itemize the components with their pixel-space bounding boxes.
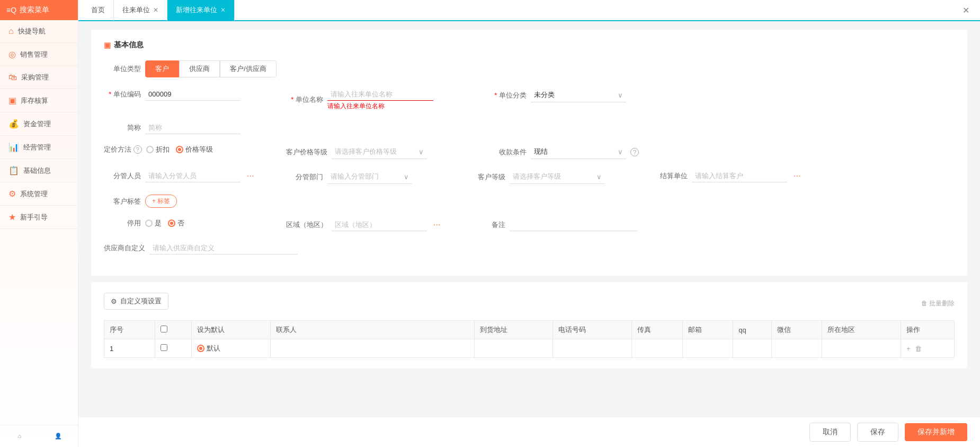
unit-type-btn-customer[interactable]: 客户 [145,60,179,77]
region-more-icon[interactable]: ··· [431,220,442,230]
manager-input[interactable] [145,170,240,182]
sidebar-bottom: ⌂ 👤 [0,425,78,447]
tab-close-transactions[interactable]: ✕ [153,6,158,14]
table-header-7: 邮箱 [682,321,733,339]
pricing-help-icon[interactable]: ? [133,145,142,154]
supplier-custom-input[interactable] [149,242,298,255]
home-bottom[interactable]: ⌂ [0,430,39,443]
row-default[interactable]: 默认 [191,339,270,358]
table-card: ⚙ 自定义项设置 🗑 批量删除 序号设为默认联系人到货地址电话号码传真邮箱qq微… [91,282,967,369]
row-checkbox[interactable] [155,339,191,358]
row-select-checkbox[interactable] [161,344,167,351]
unit-type-btn-both[interactable]: 客户/供应商 [220,60,277,77]
window-close-button[interactable]: ✕ [956,5,976,15]
row-qq[interactable] [733,339,771,358]
operations-icon: 📊 [8,142,19,152]
tags-field: 客户标签 + 标签 [104,195,955,208]
row-phone[interactable] [553,339,632,358]
select-all-checkbox[interactable] [161,326,167,332]
unit-type-btn-supplier[interactable]: 供应商 [179,60,220,77]
table-header-2: 设为默认 [191,321,270,339]
tags-row: 客户标签 + 标签 [104,195,955,208]
customize-btn[interactable]: ⚙ 自定义项设置 [104,293,168,310]
unit-category-select[interactable]: 未分类 ∨ [531,88,626,102]
code-name-category-row: 单位编码 单位名称 请输入往来单位名称 单位分类 未分类 ∨ [104,88,955,111]
table-header-11: 操作 [901,321,954,339]
row-wechat[interactable] [771,339,822,358]
save-button[interactable]: 保存 [857,423,898,442]
unit-code-input[interactable] [145,88,240,101]
row-contact[interactable] [270,339,474,358]
user-bottom[interactable]: 👤 [39,430,78,443]
delete-row-icon[interactable]: 🗑 [915,345,922,353]
tab-new-transaction[interactable]: 新增往来单位✕ [167,0,235,21]
user-icon: 👤 [55,433,62,440]
note-input[interactable] [510,218,638,231]
settlement-input[interactable] [692,170,787,182]
row-actions: +🗑 [901,339,954,358]
sidebar-item-sales[interactable]: ◎销售管理 [0,43,78,66]
search-menu[interactable]: ≡Q 搜索菜单 [0,0,78,20]
unit-name-input[interactable] [327,88,433,101]
contacts-table: 序号设为默认联系人到货地址电话号码传真邮箱qq微信所在地区操作 1默认+🗑 [104,320,955,358]
search-icon: ≡Q [6,6,16,14]
tab-close-new-transaction[interactable]: ✕ [220,6,226,14]
batch-delete[interactable]: 🗑 批量删除 [921,299,955,308]
customer-price-select[interactable]: 请选择客户价格等级 ∨ [332,145,427,159]
sidebar-item-guide[interactable]: ★新手引导 [0,206,78,229]
table-header-10: 所在地区 [822,321,901,339]
tab-transactions[interactable]: 往来单位✕ [114,0,167,21]
sidebar-item-quick-nav[interactable]: ⌂快捷导航 [0,20,78,43]
manager-more-icon[interactable]: ··· [245,171,256,181]
dept-select[interactable]: 请输入分管部门 ∨ [327,170,412,184]
discount-radio[interactable]: 折扣 [146,145,170,154]
main-area: 首页往来单位✕新增往来单位✕ ✕ ▣ 基本信息 单位类型 客户供应商客户/供应商… [78,0,980,447]
payment-help-icon[interactable]: ? [630,148,639,156]
tab-bar: 首页往来单位✕新增往来单位✕ ✕ [78,0,980,21]
abbr-input[interactable] [145,121,240,134]
unit-type-group: 客户供应商客户/供应商 [145,60,277,77]
settlement-more-icon[interactable]: ··· [791,171,803,181]
abbr-field: 简称 [104,121,273,134]
row-email[interactable] [682,339,733,358]
note-field: 备注 [468,218,638,231]
supplier-custom-field: 供应商自定义 [104,242,955,255]
row-fax[interactable] [631,339,682,358]
content-area: ▣ 基本信息 单位类型 客户供应商客户/供应商 单位编码 单位名称 [78,21,980,417]
add-tag-button[interactable]: + 标签 [145,195,177,208]
price-level-radio[interactable]: 价格等级 [176,145,213,154]
payment-select[interactable]: 现结 ∨ [531,145,626,159]
disabled-no-radio[interactable]: 否 [168,218,184,228]
add-row-icon[interactable]: + [906,345,911,353]
system-icon: ⚙ [8,189,16,199]
customer-level-select[interactable]: 请选择客户等级 ∨ [510,170,605,184]
sidebar-item-inventory[interactable]: ▣库存核算 [0,89,78,112]
section-title: ▣ 基本信息 [104,40,955,50]
unit-type-field: 单位类型 客户供应商客户/供应商 [104,60,955,77]
home-icon: ⌂ [17,433,21,439]
price-level-radio-dot [176,146,183,153]
region-input[interactable] [332,218,427,231]
sidebar-item-system[interactable]: ⚙系统管理 [0,182,78,206]
row-address[interactable] [474,339,553,358]
row-seq: 1 [104,339,155,358]
save-new-button[interactable]: 保存并新增 [905,423,967,441]
sidebar-item-purchase[interactable]: 🛍采购管理 [0,66,78,89]
disabled-yes-radio[interactable]: 是 [145,218,162,228]
finance-icon: 💰 [8,119,19,129]
table-header-0: 序号 [104,321,155,339]
table-header-1 [155,321,191,339]
chevron-down-icon: ∨ [404,173,409,181]
sidebar-item-finance[interactable]: 💰资金管理 [0,112,78,136]
unit-category-field: 单位分类 未分类 ∨ [489,88,659,102]
sidebar-item-operations[interactable]: 📊经营管理 [0,136,78,159]
tab-home[interactable]: 首页 [83,0,114,21]
sidebar-item-basic-info[interactable]: 📋基础信息 [0,159,78,182]
row-region[interactable] [822,339,901,358]
table-row: 1默认+🗑 [104,339,955,358]
cancel-button[interactable]: 取消 [809,423,851,442]
batch-delete-icon: 🗑 [921,300,928,307]
table-header-4: 到货地址 [474,321,553,339]
table-header-8: qq [733,321,771,339]
disabled-row: 停用 是 否 区域（地区） ··· [104,218,955,231]
